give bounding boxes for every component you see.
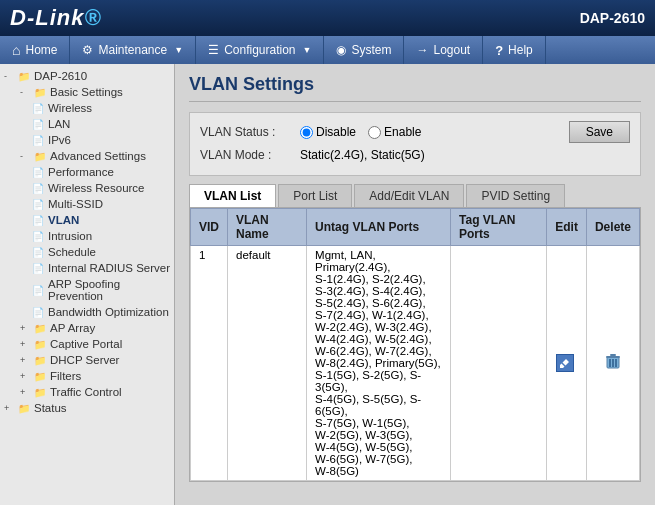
- sidebar-item-basic-settings[interactable]: - Basic Settings: [0, 84, 174, 100]
- nav-system[interactable]: System: [324, 36, 404, 64]
- folder-icon-filters: [34, 370, 46, 382]
- configuration-arrow: ▼: [303, 45, 312, 55]
- nav-logout[interactable]: Logout: [404, 36, 483, 64]
- expand-dhcp: +: [20, 355, 30, 365]
- sidebar-item-internal-radius[interactable]: Internal RADIUS Server: [0, 260, 174, 276]
- cell-vlan-name: default: [228, 246, 307, 481]
- expand-dap2610: -: [4, 71, 14, 81]
- sidebar-item-vlan[interactable]: VLAN: [0, 212, 174, 228]
- page-icon-internal-radius: [32, 262, 44, 274]
- sidebar-label-wireless: Wireless: [48, 102, 92, 114]
- radio-enable-input[interactable]: [368, 126, 381, 139]
- cell-vid: 1: [191, 246, 228, 481]
- cell-delete[interactable]: [586, 246, 639, 481]
- sidebar-item-filters[interactable]: + Filters: [0, 368, 174, 384]
- vlan-table: VID VLAN Name Untag VLAN Ports Tag VLAN …: [190, 208, 640, 481]
- tab-vlan-list[interactable]: VLAN List: [189, 184, 276, 207]
- col-vid: VID: [191, 209, 228, 246]
- col-edit: Edit: [547, 209, 587, 246]
- expand-basic: -: [20, 87, 30, 97]
- vlan-status-radio-group: Disable Enable: [300, 125, 421, 139]
- expand-advanced: -: [20, 151, 30, 161]
- page-icon-arp-spoofing: [32, 284, 44, 296]
- sidebar-item-multi-ssid[interactable]: Multi-SSID: [0, 196, 174, 212]
- sidebar-label-dhcp-server: DHCP Server: [50, 354, 119, 366]
- logout-icon: [416, 43, 428, 57]
- table-header-row: VID VLAN Name Untag VLAN Ports Tag VLAN …: [191, 209, 640, 246]
- cell-edit[interactable]: [547, 246, 587, 481]
- radio-enable[interactable]: Enable: [368, 125, 421, 139]
- sidebar-item-ap-array[interactable]: + AP Array: [0, 320, 174, 336]
- configuration-icon: [208, 43, 219, 57]
- maintenance-arrow: ▼: [174, 45, 183, 55]
- sidebar-item-performance[interactable]: Performance: [0, 164, 174, 180]
- page-icon-ipv6: [32, 134, 44, 146]
- header: D-Link® DAP-2610: [0, 0, 655, 36]
- nav-home[interactable]: Home: [0, 36, 70, 64]
- page-icon-vlan: [32, 214, 44, 226]
- sidebar-label-filters: Filters: [50, 370, 81, 382]
- page-icon-bandwidth-opt: [32, 306, 44, 318]
- tab-pvid-setting[interactable]: PVID Setting: [466, 184, 565, 207]
- folder-icon-ap-array: [34, 322, 46, 334]
- col-delete: Delete: [586, 209, 639, 246]
- col-untag-ports: Untag VLAN Ports: [307, 209, 451, 246]
- sidebar-label-arp-spoofing: ARP Spoofing Prevention: [48, 278, 174, 302]
- sidebar-label-captive-portal: Captive Portal: [50, 338, 122, 350]
- nav-maintenance[interactable]: Maintenance ▼: [70, 36, 196, 64]
- radio-disable-label: Disable: [316, 125, 356, 139]
- delete-icon[interactable]: [604, 354, 622, 372]
- home-icon: [12, 42, 20, 58]
- page-icon-lan: [32, 118, 44, 130]
- folder-icon-basic: [34, 86, 46, 98]
- col-vlan-name: VLAN Name: [228, 209, 307, 246]
- tab-add-edit-vlan[interactable]: Add/Edit VLAN: [354, 184, 464, 207]
- expand-status: +: [4, 403, 14, 413]
- sidebar-label-dap2610: DAP-2610: [34, 70, 87, 82]
- sidebar-label-vlan: VLAN: [48, 214, 79, 226]
- main-layout: - DAP-2610 - Basic Settings Wireless LAN…: [0, 64, 655, 505]
- folder-icon-captive: [34, 338, 46, 350]
- sidebar-item-dhcp-server[interactable]: + DHCP Server: [0, 352, 174, 368]
- content-inner: VLAN Settings VLAN Status : Disable Enab…: [175, 64, 655, 492]
- nav-configuration[interactable]: Configuration ▼: [196, 36, 324, 64]
- radio-enable-label: Enable: [384, 125, 421, 139]
- sidebar-item-intrusion[interactable]: Intrusion: [0, 228, 174, 244]
- tab-port-list[interactable]: Port List: [278, 184, 352, 207]
- sidebar-item-advanced-settings[interactable]: - Advanced Settings: [0, 148, 174, 164]
- nav-help[interactable]: Help: [483, 36, 546, 64]
- sidebar-label-ipv6: IPv6: [48, 134, 71, 146]
- sidebar-item-dap2610[interactable]: - DAP-2610: [0, 68, 174, 84]
- radio-disable-input[interactable]: [300, 126, 313, 139]
- nav-logout-label: Logout: [433, 43, 470, 57]
- nav-maintenance-label: Maintenance: [98, 43, 167, 57]
- system-icon: [336, 43, 346, 57]
- radio-disable[interactable]: Disable: [300, 125, 356, 139]
- sidebar-item-schedule[interactable]: Schedule: [0, 244, 174, 260]
- sidebar-label-internal-radius: Internal RADIUS Server: [48, 262, 170, 274]
- logo: D-Link®: [10, 5, 102, 31]
- sidebar-item-wireless-resource[interactable]: Wireless Resource: [0, 180, 174, 196]
- sidebar-item-captive-portal[interactable]: + Captive Portal: [0, 336, 174, 352]
- save-button[interactable]: Save: [569, 121, 630, 143]
- content-area: VLAN Settings VLAN Status : Disable Enab…: [175, 64, 655, 505]
- table-row: 1 default Mgmt, LAN, Primary(2.4G), S-1(…: [191, 246, 640, 481]
- nav-home-label: Home: [25, 43, 57, 57]
- sidebar: - DAP-2610 - Basic Settings Wireless LAN…: [0, 64, 175, 505]
- page-icon-intrusion: [32, 230, 44, 242]
- edit-icon[interactable]: [556, 354, 574, 372]
- sidebar-label-intrusion: Intrusion: [48, 230, 92, 242]
- sidebar-item-status[interactable]: + Status: [0, 400, 174, 416]
- svg-rect-2: [606, 356, 620, 358]
- expand-ap-array: +: [20, 323, 30, 333]
- sidebar-label-ap-array: AP Array: [50, 322, 95, 334]
- help-icon: [495, 43, 503, 58]
- sidebar-label-status: Status: [34, 402, 67, 414]
- sidebar-item-ipv6[interactable]: IPv6: [0, 132, 174, 148]
- sidebar-item-bandwidth-opt[interactable]: Bandwidth Optimization: [0, 304, 174, 320]
- sidebar-item-lan[interactable]: LAN: [0, 116, 174, 132]
- vlan-mode-value: Static(2.4G), Static(5G): [300, 148, 425, 162]
- sidebar-item-arp-spoofing[interactable]: ARP Spoofing Prevention: [0, 276, 174, 304]
- sidebar-item-traffic-control[interactable]: + Traffic Control: [0, 384, 174, 400]
- sidebar-item-wireless[interactable]: Wireless: [0, 100, 174, 116]
